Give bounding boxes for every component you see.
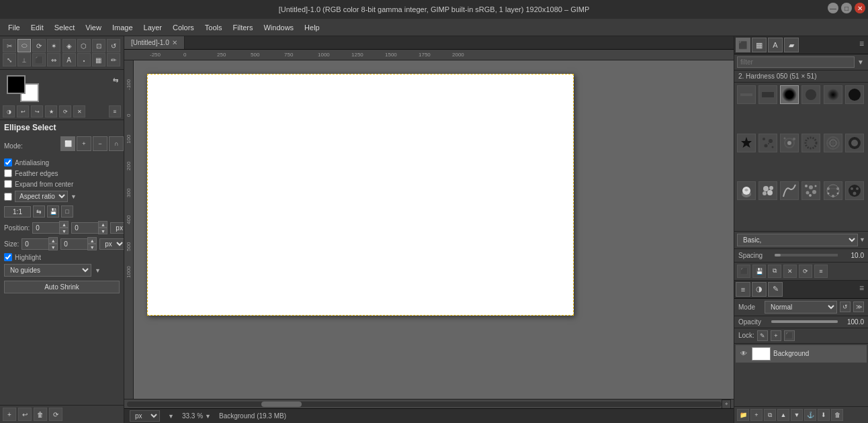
brush-item-7[interactable] [737, 134, 756, 152]
tool-bucket-fill[interactable]: ⬩ [77, 53, 91, 66]
tool-restore-icon[interactable]: ⟳ [59, 105, 71, 117]
tool-color-select[interactable]: ◈ [62, 39, 76, 52]
brush-item-10[interactable] [801, 134, 820, 152]
restore-defaults-btn[interactable]: ⟳ [49, 408, 62, 421]
lock-position-btn[interactable]: + [771, 330, 781, 341]
tool-preset-icon[interactable]: ★ [45, 105, 57, 117]
position-y-input[interactable] [71, 222, 98, 234]
brush-item-9[interactable] [780, 134, 799, 152]
duplicate-layer-btn[interactable]: ⧉ [764, 409, 776, 421]
anchor-layer-btn[interactable]: ⚓ [804, 409, 816, 421]
brush-save-btn[interactable]: 💾 [752, 265, 766, 278]
lock-alpha-btn[interactable]: ⬛ [784, 330, 795, 341]
tool-text[interactable]: A [62, 53, 76, 66]
brush-item-1[interactable] [737, 85, 756, 104]
ratio-value[interactable]: 1:1 [4, 206, 31, 218]
mode-intersect-btn[interactable]: ∩ [109, 136, 124, 151]
ratio-swap-btn[interactable]: ⇆ [33, 205, 45, 218]
brush-item-14[interactable] [758, 181, 777, 200]
maximize-button[interactable]: □ [841, 3, 852, 13]
mode-replace-btn[interactable]: ⬜ [60, 136, 75, 151]
paths-tab-icon[interactable]: ✎ [768, 282, 783, 297]
canvas-viewport[interactable] [134, 60, 734, 399]
tool-delete-icon[interactable]: ✕ [73, 105, 85, 117]
fixed-type-select[interactable]: Fixed Aspect ratio Width Height Size [15, 191, 68, 202]
layer-visibility-eye[interactable]: 👁 [738, 348, 749, 359]
tool-scale[interactable]: ⤡ [3, 53, 16, 66]
position-x-input[interactable] [32, 222, 59, 234]
brush-delete-btn[interactable]: ✕ [783, 265, 797, 278]
redo-icon[interactable]: ↪ [31, 105, 43, 117]
brush-item-15[interactable] [780, 181, 799, 200]
tool-foreground-select[interactable]: ⬡ [77, 39, 91, 52]
brush-item-18[interactable] [845, 181, 864, 200]
size-unit-select[interactable]: px in [99, 238, 124, 250]
menu-select[interactable]: Select [49, 22, 81, 33]
delete-layer-btn[interactable]: 🗑 [831, 409, 843, 421]
brush-item-8[interactable] [758, 134, 777, 152]
menu-edit[interactable]: Edit [26, 22, 49, 33]
position-y-up[interactable]: ▲ [98, 221, 107, 228]
tool-ellipse-select[interactable]: ⬭ [17, 39, 31, 52]
menu-layer[interactable]: Layer [138, 22, 168, 33]
layer-mode-more[interactable]: ≫ [853, 301, 864, 312]
layers-panel-expand[interactable]: ≡ [857, 282, 867, 297]
menu-file[interactable]: File [3, 22, 26, 33]
tool-perspective[interactable]: ⬛ [32, 53, 46, 66]
tool-pencil[interactable]: ✏ [107, 53, 120, 66]
brush-item-12[interactable] [845, 134, 864, 152]
layer-item-background[interactable]: 👁 Background [736, 345, 867, 363]
canvas-tab-untitled[interactable]: [Untitled]-1.0 ✕ [124, 36, 185, 49]
brush-item-17[interactable] [824, 181, 842, 200]
position-x-up[interactable]: ▲ [59, 221, 69, 228]
brush-item-6[interactable] [845, 85, 864, 104]
tool-scissors[interactable]: ✂ [3, 39, 16, 52]
gradients-tab-icon[interactable]: ▰ [784, 38, 799, 52]
delete-preset-btn[interactable]: 🗑 [34, 408, 47, 421]
new-preset-btn[interactable]: + [3, 408, 16, 421]
size-x-down[interactable]: ▼ [48, 244, 58, 250]
guides-select[interactable]: No guides Center lines Rule of thirds Go… [4, 264, 91, 277]
layer-mode-select[interactable]: Normal Dissolve Multiply Screen [765, 301, 837, 314]
size-x-input[interactable] [21, 238, 48, 250]
brushes-filter-dropdown[interactable]: ▼ [856, 57, 865, 67]
layer-mode-reset[interactable]: ↺ [840, 301, 851, 312]
unit-select[interactable]: px in mm [130, 410, 160, 422]
brush-item-5[interactable] [824, 85, 842, 104]
layers-tab-icon[interactable]: ≡ [736, 282, 750, 297]
menu-help[interactable]: Help [299, 22, 325, 33]
channels-tab-icon[interactable]: ◑ [752, 282, 767, 297]
undo-history-btn[interactable]: ↩ [18, 408, 32, 421]
tool-rotate[interactable]: ↺ [107, 39, 120, 52]
spacing-slider[interactable] [775, 254, 838, 256]
tool-crop[interactable]: ⊡ [92, 39, 105, 52]
size-y-down[interactable]: ▼ [87, 244, 97, 250]
mode-subtract-btn[interactable]: − [93, 136, 107, 151]
tool-options-icon[interactable]: ≡ [109, 105, 121, 117]
position-unit-select[interactable]: px in [110, 222, 124, 234]
lock-pixels-btn[interactable]: ✎ [757, 330, 768, 341]
minimize-button[interactable]: — [828, 3, 838, 13]
size-y-up[interactable]: ▲ [87, 237, 97, 244]
position-x-down[interactable]: ▼ [59, 228, 69, 234]
brushes-tab-icon[interactable]: ⬛ [736, 38, 750, 52]
antialiasing-checkbox[interactable] [4, 158, 12, 167]
expand-from-center-checkbox[interactable] [4, 180, 12, 188]
brush-item-13[interactable] [737, 181, 756, 200]
brush-type-dropdown[interactable]: Basic, Clipboard Generated Parametric [737, 234, 858, 246]
menu-tools[interactable]: Tools [200, 22, 228, 33]
tool-lasso[interactable]: ⟳ [32, 39, 46, 52]
fixed-checkbox[interactable] [4, 193, 12, 201]
menu-filters[interactable]: Filters [228, 22, 259, 33]
fonts-tab-icon[interactable]: A [768, 38, 783, 52]
feather-edges-checkbox[interactable] [4, 169, 12, 177]
merge-down-btn[interactable]: ⬇ [818, 409, 830, 421]
menu-view[interactable]: View [80, 22, 107, 33]
menu-colors[interactable]: Colors [167, 22, 200, 33]
layer-up-btn[interactable]: ▲ [777, 409, 789, 421]
menu-image[interactable]: Image [107, 22, 138, 33]
layer-down-btn[interactable]: ▼ [791, 409, 803, 421]
brush-item-3[interactable] [780, 85, 799, 104]
navigate-window-btn[interactable]: ⌖ [722, 399, 731, 409]
position-y-down[interactable]: ▼ [98, 228, 107, 234]
